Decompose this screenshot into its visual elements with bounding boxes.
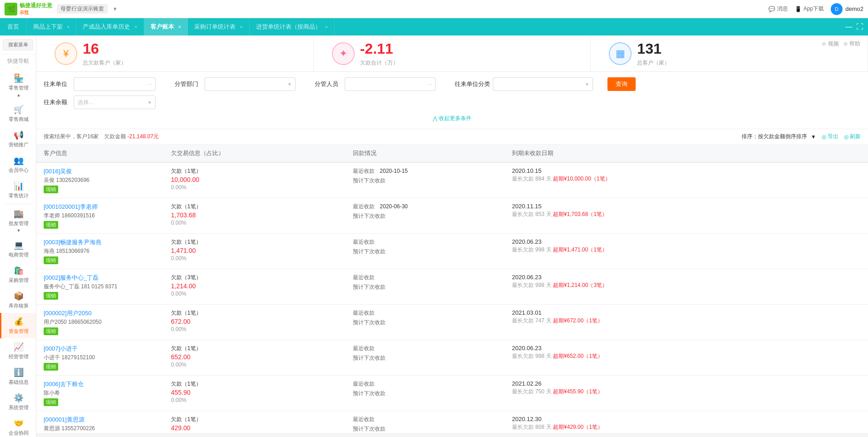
- export-btn[interactable]: ◎ 导出: [822, 133, 838, 141]
- overdue-info: 最长欠款 884 天 超期¥10,000.00（1笔）: [512, 175, 861, 183]
- overdue-link[interactable]: 超期¥1,471.00（1笔）: [553, 246, 607, 253]
- collection-cell: 最近收款 2020-06-30 预计下次收款: [346, 198, 505, 234]
- customer-name-link[interactable]: [0002]服务中心_丁磊: [44, 274, 99, 281]
- dropdown-arrow-system[interactable]: ▼: [112, 6, 118, 12]
- debt-amount[interactable]: 455.90: [171, 389, 338, 396]
- table-row: [000001]黄思源 黄思源 13552700226 现销 欠款（1笔） 42…: [36, 411, 868, 433]
- sidebar-item-system[interactable]: ⚙️ 系统管理: [0, 389, 36, 415]
- debt-amount[interactable]: 429.00: [171, 424, 338, 432]
- due-date-cell: 2020.12.30 最长欠款 808 天 超期¥429.00（1笔）: [505, 411, 868, 433]
- table-row: [0001020001]李老师 李老师 18600391516 现销 欠款（1笔…: [36, 198, 868, 234]
- balance-select[interactable]: 选择... ▼: [74, 95, 156, 109]
- table-row: [0006]去下粮仓 陈小希 现销 欠款（1笔） 455.90 0.00% 最近…: [36, 376, 868, 411]
- sidebar-item-member[interactable]: 👥 会员中心: [0, 152, 36, 177]
- tab-products-offline[interactable]: 商品上下架 ×: [27, 18, 76, 35]
- stat-amount-info: -2.11 欠款合计（万）: [360, 40, 398, 67]
- debt-count: 欠款（1笔）: [171, 238, 338, 246]
- debt-amount[interactable]: 672.00: [171, 318, 338, 325]
- customer-info-cell: [000002]用户2050 用户2050 18665062050 现销: [36, 305, 164, 340]
- customer-tag: 现销: [44, 221, 58, 229]
- overdue-info: 最长欠款 747 天 超期¥672.00（1笔）: [512, 317, 861, 325]
- sort-select[interactable]: 排序：按欠款金额倒序排序 ▼: [742, 133, 816, 141]
- customer-name-link[interactable]: [000002]用户2050: [44, 310, 92, 316]
- sidebar-item-business[interactable]: 📈 经营管理: [0, 338, 36, 364]
- sidebar-item-retail-mgmt[interactable]: 🏪 零售管理 ▲: [0, 70, 36, 101]
- system-name[interactable]: 母婴行业演示账套: [57, 4, 108, 14]
- sidebar-search-btn[interactable]: 搜索菜单: [3, 39, 33, 50]
- next-collection: 预计下次收款: [353, 212, 497, 220]
- customer-name-link[interactable]: [000001]黄思源: [44, 416, 85, 423]
- sidebar-item-basic-info[interactable]: ℹ️ 基础信息: [0, 364, 36, 389]
- collection-cell: 最近收款 预计下次收款: [346, 340, 505, 376]
- customer-phone: 黄思源 13552700226: [44, 425, 156, 432]
- debt-amount[interactable]: 1,703.68: [171, 211, 338, 219]
- video-btn[interactable]: ⊙ 视频: [822, 40, 838, 48]
- customer-name-link[interactable]: [0003]畅捷服务尹海燕: [44, 239, 101, 246]
- customer-name-link[interactable]: [0016]吴俊: [44, 168, 72, 175]
- minimize-icon[interactable]: —: [845, 23, 853, 31]
- sidebar-item-marketing[interactable]: 📢 营销推广: [0, 126, 36, 152]
- customer-name-link[interactable]: [0001020001]李老师: [44, 203, 98, 210]
- search-button[interactable]: 查询: [607, 77, 636, 91]
- unit-cat-select[interactable]: ▼: [493, 77, 593, 91]
- debt-count: 欠款（1笔）: [171, 380, 338, 388]
- customer-name-link[interactable]: [0006]去下粮仓: [44, 381, 84, 387]
- next-collection: 预计下次收款: [353, 425, 497, 433]
- debt-count: 欠款（1笔）: [171, 203, 338, 211]
- collapse-button[interactable]: ⋀ 收起更多条件: [433, 115, 472, 122]
- overdue-link[interactable]: 超期¥672.00（1笔）: [553, 317, 603, 324]
- sidebar-item-purchase[interactable]: 🛍️ 采购管理: [0, 262, 36, 287]
- overdue-link[interactable]: 超期¥652.00（1笔）: [553, 353, 603, 359]
- debt-amount[interactable]: 1,214.00: [171, 282, 338, 290]
- overdue-link[interactable]: 超期¥429.00（1笔）: [553, 424, 603, 430]
- manager-input[interactable]: [345, 77, 436, 91]
- tab-inventory-stats[interactable]: 进货单统计表（按商品） ×: [250, 18, 335, 35]
- sidebar-item-wholesale-mgmt[interactable]: 🏬 批发管理 ▼: [0, 205, 36, 236]
- maximize-icon[interactable]: ⛶: [856, 23, 863, 31]
- th-due-date: 到期未收款日期: [505, 145, 868, 162]
- user-area[interactable]: D demo2: [831, 3, 863, 15]
- tab-product-history[interactable]: 产成品入库单历史 ×: [76, 18, 144, 35]
- close-tab-inventory-stats[interactable]: ×: [325, 24, 328, 30]
- tab-home[interactable]: 首页: [0, 18, 27, 35]
- overdue-link[interactable]: 超期¥10,000.00（1笔）: [553, 176, 611, 182]
- sort-arrow-icon: ▼: [811, 134, 816, 140]
- sidebar-item-enterprise[interactable]: 🤝 企业协同: [0, 415, 36, 437]
- debt-ratio: 0.00%: [171, 362, 338, 368]
- app-download-action[interactable]: 📱 App下载: [795, 5, 824, 13]
- sidebar-item-finance[interactable]: 💰 资金管理: [0, 313, 36, 338]
- dept-select-inner: [205, 77, 296, 91]
- close-tab-product-history[interactable]: ×: [134, 24, 137, 30]
- debt-info-cell: 欠款（1笔） 1,703.68 0.00%: [164, 198, 346, 234]
- stat-icon-total: ▦: [609, 42, 632, 65]
- sidebar-item-retail-mall[interactable]: 🛒 零售商城: [0, 101, 36, 126]
- due-date-cell: 2020.06.23 最长欠款 998 天 超期¥1,214.00（3笔）: [505, 269, 868, 305]
- from-unit-input[interactable]: [74, 77, 156, 91]
- overdue-link[interactable]: 超期¥1,703.68（1笔）: [553, 211, 607, 217]
- nav-tabs: 首页 商品上下架 × 产成品入库单历史 × 客户账本 × 采购订单统计表 × 进…: [0, 18, 868, 35]
- message-action[interactable]: 💬 消息: [768, 5, 788, 13]
- close-tab-products-offline[interactable]: ×: [67, 24, 70, 30]
- debt-amount[interactable]: 1,471.00: [171, 247, 338, 254]
- sidebar-item-ecommerce[interactable]: 💻 电商管理: [0, 236, 36, 262]
- stat-amount-desc: 欠款合计（万）: [360, 59, 398, 67]
- customer-name-link[interactable]: [0007]小进干: [44, 345, 78, 352]
- overdue-link[interactable]: 超期¥1,214.00（3笔）: [553, 282, 607, 288]
- refresh-btn[interactable]: ◎ 刷新: [844, 133, 861, 141]
- tab-purchase-order[interactable]: 采购订单统计表 ×: [188, 18, 249, 35]
- debt-amount[interactable]: 10,000.00: [171, 176, 338, 183]
- close-tab-purchase-order[interactable]: ×: [240, 24, 242, 30]
- debt-amount[interactable]: 652.00: [171, 353, 338, 361]
- customer-info-cell: [0007]小进干 小进干 18279152100 现销: [36, 340, 164, 376]
- sidebar-item-retail-stats[interactable]: 📊 零售统计: [0, 177, 36, 203]
- dept-select[interactable]: ▼: [205, 77, 296, 91]
- close-tab-customer-account[interactable]: ×: [178, 24, 181, 30]
- tab-customer-account[interactable]: 客户账本 ×: [144, 18, 188, 35]
- due-date: 2020.06.23: [512, 238, 861, 245]
- overdue-link[interactable]: 超期¥455.90（1笔）: [553, 388, 603, 395]
- sidebar-item-inventory[interactable]: 📦 库存核算: [0, 287, 36, 313]
- customer-info-cell: [0006]去下粮仓 陈小希 现销: [36, 376, 164, 411]
- debt-ratio: 0.00%: [171, 220, 338, 226]
- customer-info-cell: [0003]畅捷服务尹海燕 海燕 18513066976 现销: [36, 234, 164, 269]
- help-btn[interactable]: ⊙ 帮助: [843, 40, 860, 48]
